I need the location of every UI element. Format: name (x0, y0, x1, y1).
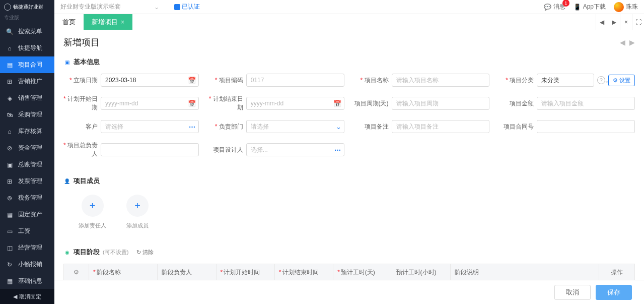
sidebar-item-label: 税务管理 (18, 194, 42, 202)
contract-icon: ▤ (6, 62, 13, 69)
section-subtitle: (可不设置) (103, 249, 128, 256)
section-title: 项目阶段 (74, 248, 100, 257)
label-contract-no: 项目合同号 (499, 123, 537, 131)
tab-close-all-button[interactable]: × (620, 14, 632, 30)
user-menu[interactable]: 珠珠 (614, 2, 638, 12)
input-owner[interactable] (101, 143, 199, 156)
input-contract-no[interactable] (537, 120, 635, 133)
input-name[interactable] (392, 74, 490, 87)
sidebar-item-invoice[interactable]: ⊞发票管理 (0, 173, 54, 190)
input-amount[interactable] (537, 97, 635, 110)
sidebar-item-project-contract[interactable]: ▤项目合同 (0, 56, 54, 73)
label-remark: 项目备注 (354, 123, 392, 131)
chevron-down-icon[interactable]: ⌄ (336, 123, 341, 131)
section-basic-info: ▣ 基本信息 立项日期 📅 项目编码 (63, 53, 635, 163)
input-plan-start[interactable] (101, 97, 199, 110)
add-owner-label: 添加责任人 (79, 222, 106, 229)
tab-prev-button[interactable]: ◀ (596, 14, 608, 30)
tab-next-button[interactable]: ▶ (608, 14, 620, 30)
download-label: App下载 (583, 3, 606, 11)
chevron-down-icon[interactable]: ⌄ (604, 77, 610, 84)
input-category[interactable] (537, 74, 594, 87)
tax-icon: ⊚ (6, 195, 13, 202)
sidebar-item-label: 固定资产 (18, 210, 42, 219)
messages-button[interactable]: 💬 消息 (544, 3, 565, 11)
sidebar-item-label: 项目合同 (18, 60, 42, 69)
sidebar-item-salary[interactable]: ▭工资 (0, 223, 54, 239)
cert-badge: 已认证 (174, 3, 200, 11)
input-designer[interactable] (246, 143, 344, 156)
tab-home[interactable]: 首页 (54, 14, 84, 30)
messages-label: 消息 (553, 3, 565, 11)
label-category: 项目分类 (499, 76, 537, 85)
sidebar-item-assets[interactable]: ▦固定资产 (0, 206, 54, 223)
label-date-estab: 立项日期 (63, 76, 101, 85)
ledger-icon: ▣ (6, 161, 13, 168)
close-tab-icon[interactable]: × (121, 19, 124, 26)
record-next-button[interactable]: ▶ (629, 38, 635, 46)
input-period[interactable] (392, 97, 490, 110)
sidebar-item-label: 工资 (18, 227, 30, 235)
tab-label: 首页 (62, 18, 76, 27)
sidebar-item-basicinfo[interactable]: ▦基础信息 (0, 273, 54, 289)
calendar-icon[interactable]: 📅 (333, 100, 341, 107)
plus-icon: + (126, 195, 149, 217)
add-owner-button[interactable]: + 添加责任人 (79, 195, 106, 229)
sidebar-item-funds[interactable]: ⊘资金管理 (0, 140, 54, 156)
label-period: 项目周期(天) (354, 99, 392, 108)
input-code[interactable] (246, 74, 344, 87)
sidebar-item-sales[interactable]: ◈销售管理 (0, 90, 54, 106)
shield-icon (174, 4, 180, 10)
add-member-button[interactable]: + 添加成员 (126, 195, 149, 229)
label-owner: 项目总负责人 (63, 141, 101, 158)
sidebar-item-search[interactable]: 🔍搜索菜单 (0, 23, 54, 40)
picker-icon[interactable]: ⋯ (189, 123, 196, 131)
fullscreen-button[interactable]: ⛶ (632, 14, 644, 30)
picker-icon[interactable]: ⋯ (334, 146, 341, 154)
settings-button[interactable]: ⚙ 设置 (608, 75, 635, 86)
page-title: 新增项目 (63, 36, 100, 48)
sidebar-item-reimburse[interactable]: ↻小畅报销 (0, 256, 54, 273)
sidebar-item-purchase[interactable]: 🛍采购管理 (0, 106, 54, 123)
sidebar-item-label: 搜索菜单 (18, 27, 42, 36)
brand-text: 畅捷通好业财 (13, 4, 43, 11)
salary-icon: ▭ (6, 228, 13, 235)
clear-phases-button[interactable]: ↻ 清除 (136, 249, 154, 256)
sidebar-item-marketing[interactable]: ⊞营销推广 (0, 73, 54, 90)
phases-icon: ◉ (63, 249, 70, 256)
calendar-icon[interactable]: 📅 (188, 100, 196, 107)
reimburse-icon: ↻ (6, 261, 13, 268)
th-days: 预计工时(天) (337, 268, 375, 277)
tabbar: 首页 新增项目 × ◀ ▶ × ⛶ (54, 14, 644, 30)
sidebar-item-inventory[interactable]: ⌂库存核算 (0, 123, 54, 140)
sidebar-item-tax[interactable]: ⊚税务管理 (0, 190, 54, 206)
basicinfo-icon: ▦ (6, 278, 13, 285)
input-remark[interactable] (392, 120, 490, 133)
cancel-button[interactable]: 取消 (554, 285, 591, 300)
save-button[interactable]: 保存 (596, 285, 632, 300)
avatar-icon (614, 2, 624, 12)
brand-logo-icon (4, 4, 11, 11)
app-download-button[interactable]: 📱 App下载 (574, 3, 606, 11)
content: 新增项目 ◀ ▶ ▣ 基本信息 立项日期 📅 (54, 30, 644, 304)
sidebar-unpin-button[interactable]: ◀ 取消固定 (0, 289, 54, 304)
account-selector[interactable]: 好业财专业版演示帐套 ⌄ (60, 3, 159, 11)
label-designer: 项目设计人 (209, 146, 246, 154)
sidebar-item-label: 库存核算 (18, 127, 42, 136)
input-plan-end[interactable] (246, 97, 344, 110)
calendar-icon[interactable]: 📅 (188, 77, 196, 84)
gear-icon[interactable]: ⚙ (74, 269, 79, 276)
input-customer[interactable] (101, 120, 199, 133)
sidebar-item-ledger[interactable]: ▣总账管理 (0, 156, 54, 173)
tab-new-project[interactable]: 新增项目 × (84, 14, 132, 30)
info-icon: ▣ (63, 58, 70, 66)
input-dept[interactable] (246, 120, 344, 133)
main-area: 好业财专业版演示帐套 ⌄ 已认证 💬 消息 📱 App下载 珠珠 (54, 0, 644, 304)
sidebar-item-operations[interactable]: ◫经营管理 (0, 239, 54, 256)
input-date-estab[interactable] (101, 74, 199, 87)
sidebar-item-quicknav[interactable]: ⌂快捷导航 (0, 40, 54, 56)
home-icon: ⌂ (6, 45, 13, 52)
label-customer: 客户 (63, 123, 101, 131)
brand-subtitle: 专业版 (0, 14, 54, 23)
record-prev-button[interactable]: ◀ (620, 38, 625, 46)
